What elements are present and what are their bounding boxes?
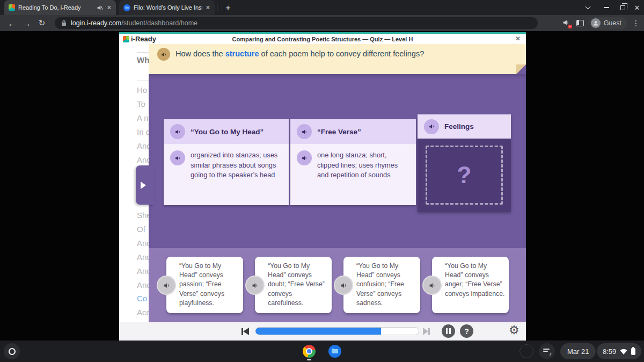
files-app-icon[interactable] <box>328 345 341 358</box>
background-text-fragment: Ho <box>137 85 147 95</box>
placeholder-question-mark: ? <box>457 162 472 189</box>
question-text: How does the structure of each poem help… <box>175 48 508 60</box>
question-highlight: structure <box>225 49 259 58</box>
chromeos-shelf: ♪ Mar 21 8:59 <box>0 341 644 362</box>
launcher-button[interactable] <box>4 343 20 359</box>
tab-filo[interactable]: filo Filo: World's Only Live Instant Tu … <box>119 0 215 15</box>
skip-back-button[interactable] <box>241 328 249 335</box>
background-text-fragment: And <box>137 252 149 262</box>
poem-card-header: “Free Verse” <box>290 119 416 144</box>
chrome-app-icon[interactable] <box>303 345 316 358</box>
speaker-icon[interactable] <box>334 276 353 295</box>
speaker-icon[interactable] <box>297 124 312 139</box>
tab-close-icon[interactable]: ✕ <box>107 5 112 11</box>
page-background: i-Ready Comparing and Contrasting Poetic… <box>0 31 644 341</box>
tab-muted-speaker-icon[interactable] <box>97 4 104 11</box>
tab-title: Filo: World's Only Live Instant Tu <box>134 4 202 11</box>
answer-drop-zone[interactable]: ? <box>426 146 503 205</box>
launcher-ring-icon <box>9 348 16 355</box>
quiz-stage: “You Go to My Head” organized into stanz… <box>149 74 526 248</box>
poem-card-title: “Free Verse” <box>317 128 361 136</box>
divider <box>137 52 149 53</box>
quiz-close-icon[interactable]: ✕ <box>515 35 521 42</box>
quiz-title: Comparing and Contrasting Poetic Structu… <box>119 36 526 42</box>
poem-card-body: organized into stanzas; uses similar phr… <box>164 144 289 180</box>
side-panel-icon[interactable] <box>576 20 584 26</box>
tab-ireday-reading[interactable]: Reading To Do, i-Ready ✕ <box>4 0 116 15</box>
background-text-fragment: And <box>137 155 149 164</box>
background-text-fragment: And <box>137 141 149 150</box>
window-close-button[interactable]: ✕ <box>629 0 644 15</box>
chrome-active-indicator <box>307 359 311 360</box>
browser-menu-icon[interactable]: ⋮ <box>632 19 640 27</box>
answer-option-2[interactable]: “You Go to My Head” conveys doubt; “Free… <box>255 257 332 313</box>
reload-button[interactable]: ↻ <box>34 18 49 28</box>
speaker-icon[interactable] <box>422 276 442 295</box>
player-control-bar: ? ⚙ <box>119 322 526 341</box>
speaker-icon[interactable] <box>170 124 185 139</box>
date-button[interactable]: Mar 21 <box>560 343 596 359</box>
background-text-fragment: Wh <box>137 55 149 64</box>
poem-card-title: “You Go to My Head” <box>191 128 264 136</box>
tab-title: Reading To Do, i-Ready <box>18 4 93 11</box>
clock-label: 8:59 <box>603 347 616 356</box>
window-restore-button[interactable] <box>614 0 631 15</box>
answer-option-text: “You Go to My Head” conveys anger; “Free… <box>445 262 506 299</box>
passage-flyout-tab[interactable] <box>136 165 154 205</box>
speaker-icon[interactable] <box>170 150 185 165</box>
background-text-fragment: A n <box>137 113 149 122</box>
profile-button[interactable]: Guest <box>589 17 627 30</box>
browser-toolbar: ← → ↻ login.i-ready.com/student/dashboar… <box>0 15 644 31</box>
poem-card-header: “You Go to My Head” <box>164 119 289 144</box>
quiz-window-header: i-Ready Comparing and Contrasting Poetic… <box>119 34 526 45</box>
poem-card-text: one long stanza; short, clipped lines; u… <box>317 150 409 180</box>
settings-gear-icon[interactable]: ⚙ <box>509 323 519 337</box>
lesson-progress-bar <box>255 327 419 335</box>
media-controls-button[interactable]: ♪ <box>539 343 555 359</box>
toolbar-right-cluster: ✕ Guest ⋮ <box>562 15 640 31</box>
feelings-drop-card: Feelings ? <box>418 114 511 212</box>
back-button[interactable]: ← <box>4 19 19 28</box>
date-label: Mar 21 <box>567 347 589 356</box>
window-minimize-button[interactable] <box>598 0 614 15</box>
mute-badge-icon: ✕ <box>568 25 572 28</box>
background-text-fragment: In o <box>137 127 149 136</box>
playlist-icon: ♪ <box>543 348 551 354</box>
chromeos-screen: Reading To Do, i-Ready ✕ filo Filo: Worl… <box>0 0 644 362</box>
poem-card: “You Go to My Head” organized into stanz… <box>164 119 289 205</box>
browser-tab-strip: Reading To Do, i-Ready ✕ filo Filo: Worl… <box>0 0 644 15</box>
background-text-fragment: She <box>137 211 149 220</box>
speaker-icon[interactable] <box>157 276 176 295</box>
poem-card-body: one long stanza; short, clipped lines; u… <box>290 144 416 180</box>
divider <box>137 81 149 81</box>
background-text-fragment: And <box>137 280 149 289</box>
question-banner: How does the structure of each poem help… <box>149 44 526 74</box>
question-pre: How does the <box>175 49 225 58</box>
answer-option-1[interactable]: “You Go to My Head” conveys passion; “Fr… <box>166 257 243 313</box>
skip-forward-button[interactable] <box>423 328 430 335</box>
profile-label: Guest <box>604 19 621 27</box>
question-speaker-icon[interactable] <box>157 48 170 61</box>
address-bar[interactable]: login.i-ready.com/student/dashboard/home <box>55 17 538 29</box>
wifi-icon <box>620 348 627 354</box>
url-text: login.i-ready.com/student/dashboard/home <box>71 19 197 27</box>
help-button[interactable]: ? <box>460 324 473 338</box>
pause-button[interactable] <box>442 324 455 338</box>
tab-search-chevron-icon[interactable] <box>580 0 596 15</box>
media-muted-icon[interactable]: ✕ <box>562 19 571 27</box>
speaker-icon[interactable] <box>424 119 439 134</box>
background-text-fragment: Of <box>137 225 145 234</box>
expand-arrow-icon <box>141 182 146 189</box>
status-tray[interactable]: 8:59 <box>597 343 641 359</box>
poem-card: “Free Verse” one long stanza; short, cli… <box>290 119 416 205</box>
answer-option-text: “You Go to My Head” conveys doubt; “Free… <box>268 262 328 308</box>
speaker-icon[interactable] <box>297 150 312 165</box>
tab-close-icon[interactable]: ✕ <box>206 5 210 11</box>
speaker-icon[interactable] <box>245 276 265 295</box>
forward-button[interactable]: → <box>19 19 34 28</box>
status-ring-icon[interactable] <box>519 344 533 358</box>
answer-option-4[interactable]: “You Go to My Head” conveys anger; “Free… <box>432 257 509 313</box>
answer-option-3[interactable]: “You Go to My Head” conveys confusion; “… <box>343 257 420 313</box>
new-tab-button[interactable]: + <box>222 2 234 14</box>
answer-option-text: “You Go to My Head” conveys passion; “Fr… <box>179 262 240 308</box>
